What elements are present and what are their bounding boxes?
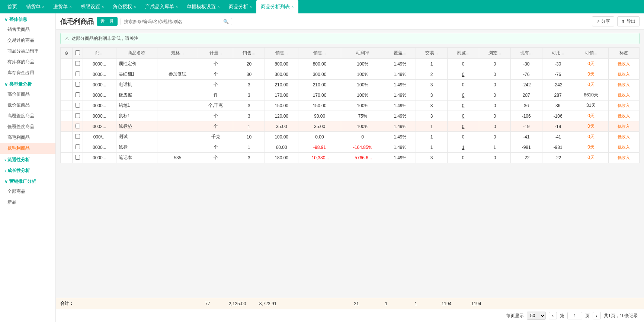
cell-checkbox-1[interactable]	[73, 69, 83, 80]
cell-s7-4[interactable]: 0	[448, 101, 479, 111]
row-checkbox-1[interactable]	[75, 71, 80, 76]
col-code[interactable]: 商...	[83, 48, 116, 59]
row-checkbox-4[interactable]	[75, 103, 80, 108]
collapse-arrow-overview[interactable]: ∨	[4, 17, 8, 22]
col-tag[interactable]: 标签	[608, 48, 639, 59]
cell-checkbox-6[interactable]	[73, 121, 83, 132]
collapse-arrow-circulation[interactable]: ›	[4, 157, 6, 163]
nav-permissions-close[interactable]: ×	[102, 4, 104, 9]
col-coverage[interactable]: 覆盖...	[384, 48, 416, 59]
search-input[interactable]	[124, 19, 223, 24]
search-icon[interactable]: 🔍	[223, 19, 229, 24]
next-page-button[interactable]: ›	[593, 312, 601, 319]
cell-checkbox-9[interactable]	[73, 153, 83, 163]
col-sales2[interactable]: 销售...	[265, 48, 298, 59]
sidebar-item-in-stock[interactable]: 有库存的商品	[0, 57, 55, 67]
cell-checkbox-5[interactable]	[73, 111, 83, 121]
nav-analysis-close[interactable]: ×	[250, 4, 252, 9]
nav-analysis[interactable]: 商品分析 ×	[224, 0, 256, 13]
col-sellable[interactable]: 可销...	[574, 48, 608, 59]
cell-s7-2[interactable]: 0	[448, 80, 479, 90]
cell-s7-5[interactable]: 0	[448, 111, 479, 121]
sidebar-item-traded-goods[interactable]: 交易过的商品	[0, 35, 55, 46]
cell-checkbox-2[interactable]	[73, 80, 83, 90]
row-checkbox-6[interactable]	[75, 124, 80, 128]
row-checkbox-2[interactable]	[75, 82, 80, 87]
row-checkbox-7[interactable]	[75, 134, 80, 139]
col-checkbox[interactable]	[73, 48, 83, 59]
per-page-select[interactable]: 50 100	[527, 312, 546, 320]
nav-sales[interactable]: 销货单 ×	[22, 0, 49, 13]
cell-s4-3: 100%	[341, 90, 384, 101]
col-name[interactable]: 商品名称	[116, 48, 157, 59]
cell-checkbox-0[interactable]	[73, 59, 83, 69]
sidebar-item-low-margin[interactable]: 低毛利商品	[0, 143, 55, 154]
export-button[interactable]: ⬆ 导出	[617, 16, 640, 26]
cell-s7-7[interactable]: 0	[448, 132, 479, 142]
col-browse1[interactable]: 浏览...	[448, 48, 479, 59]
nav-roles[interactable]: 角色授权 ×	[108, 0, 140, 13]
row-checkbox-3[interactable]	[75, 92, 80, 97]
nav-products[interactable]: 产成品入库单 ×	[141, 0, 182, 13]
cell-checkbox-8[interactable]	[73, 142, 83, 153]
cell-checkbox-4[interactable]	[73, 101, 83, 111]
nav-templates-close[interactable]: ×	[217, 4, 220, 9]
cell-s8-1: 0	[479, 69, 510, 80]
cell-checkbox-3[interactable]	[73, 90, 83, 101]
table-row: 0000... 属性定价 个 20 800.00 800.00 100% 1.4…	[61, 59, 640, 69]
col-browse2[interactable]: 浏览...	[479, 48, 510, 59]
sidebar-item-stock-capital[interactable]: 库存资金占用	[0, 67, 55, 78]
sidebar-item-high-coverage[interactable]: 高覆盖度商品	[0, 111, 55, 121]
row-checkbox-9[interactable]	[75, 155, 80, 160]
cell-s7-6[interactable]: 0	[448, 121, 479, 132]
sidebar-item-low-value[interactable]: 低价值商品	[0, 100, 55, 111]
sidebar-item-high-value[interactable]: 高价值商品	[0, 89, 55, 100]
cell-s7-3[interactable]: 0	[448, 90, 479, 101]
col-current[interactable]: 现有...	[510, 48, 542, 59]
sidebar-item-high-margin[interactable]: 高毛利商品	[0, 132, 55, 143]
collapse-arrow-marketing[interactable]: ∨	[4, 179, 8, 184]
page-input[interactable]	[567, 312, 582, 319]
col-unit[interactable]: 计量...	[198, 48, 233, 59]
cell-s5-2: 1.49%	[384, 80, 416, 90]
sidebar-item-sales-goods[interactable]: 销售类商品	[0, 24, 55, 35]
cell-s7-9[interactable]: 0	[448, 153, 479, 163]
cell-checkbox-7[interactable]	[73, 132, 83, 142]
cell-s7-1[interactable]: 0	[448, 69, 479, 80]
col-available[interactable]: 可用...	[542, 48, 574, 59]
nav-roles-close[interactable]: ×	[134, 4, 136, 9]
sidebar-item-category-rate[interactable]: 商品分类助销率	[0, 46, 55, 57]
nav-analysis-list[interactable]: 商品分析列表 ×	[256, 0, 298, 13]
footer-s11	[490, 301, 520, 306]
cell-s5-1: 1.49%	[384, 69, 416, 80]
col-settings[interactable]: ⚙	[61, 48, 73, 59]
nav-purchase[interactable]: 进货单 ×	[49, 0, 76, 13]
prev-page-button[interactable]: ‹	[549, 312, 557, 319]
nav-templates[interactable]: 单据模板设置 ×	[182, 0, 224, 13]
col-sales3[interactable]: 销售...	[298, 48, 341, 59]
cell-s7-8[interactable]: 1	[448, 142, 479, 153]
nav-purchase-close[interactable]: ×	[69, 4, 71, 9]
nav-sales-close[interactable]: ×	[42, 4, 44, 9]
collapse-arrow-type[interactable]: ∨	[4, 82, 8, 87]
col-margin[interactable]: 毛利率	[341, 48, 384, 59]
col-trade[interactable]: 交易...	[416, 48, 448, 59]
col-sales1[interactable]: 销售...	[233, 48, 265, 59]
collapse-arrow-growth[interactable]: ›	[4, 168, 6, 173]
sidebar-item-all-goods[interactable]: 全部商品	[0, 186, 55, 197]
row-checkbox-5[interactable]	[75, 113, 80, 118]
row-checkbox-8[interactable]	[75, 144, 80, 149]
nav-products-close[interactable]: ×	[176, 4, 178, 9]
cell-s7-0[interactable]: 0	[448, 59, 479, 69]
nav-home[interactable]: 首页	[3, 0, 22, 13]
sidebar-item-new-goods[interactable]: 新品	[0, 197, 55, 208]
sidebar-item-low-coverage[interactable]: 低覆盖度商品	[0, 121, 55, 132]
nav-permissions[interactable]: 权限设置 ×	[76, 0, 108, 13]
share-button[interactable]: ↗ 分享	[592, 16, 614, 26]
filter-button[interactable]: 近一月	[97, 17, 118, 26]
col-spec[interactable]: 规格...	[157, 48, 198, 59]
select-all-checkbox[interactable]	[75, 50, 80, 55]
row-checkbox-0[interactable]	[75, 61, 80, 66]
nav-analysis-list-close[interactable]: ×	[291, 4, 294, 9]
cell-s4-7: 0	[341, 132, 384, 142]
